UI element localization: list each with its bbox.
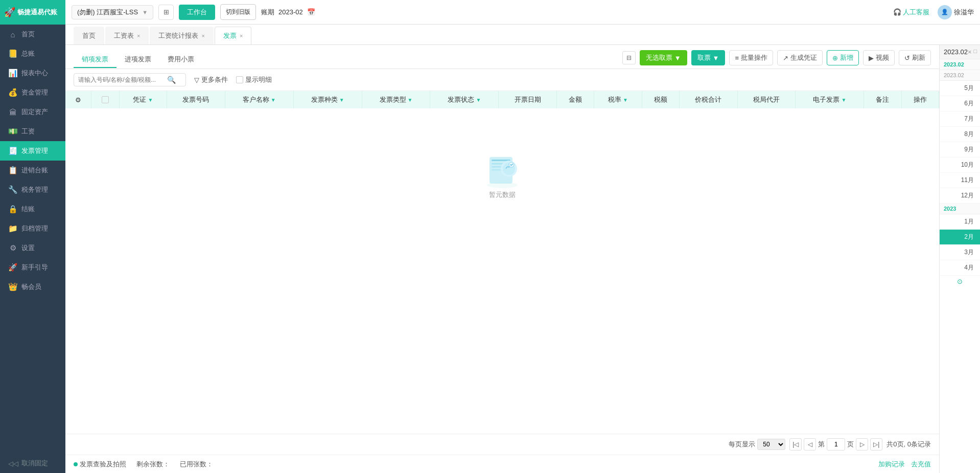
sidebar-item-ledger[interactable]: 📒 总账 (0, 44, 65, 63)
column-settings-btn[interactable]: ⊟ (622, 51, 636, 64)
empty-illustration (479, 149, 525, 190)
subtab-sales[interactable]: 销项发票 (74, 52, 116, 68)
tab-invoice[interactable]: 发票 × (215, 27, 251, 44)
show-detail-toggle[interactable]: 显示明细 (236, 75, 272, 84)
month-2022-09[interactable]: 9月 (940, 142, 980, 157)
th-e-invoice-label: 电子发票 (813, 95, 839, 104)
scroll-indicator[interactable]: ⊙ (940, 276, 980, 287)
video-icon: ▶ (869, 54, 874, 62)
month-2022-12[interactable]: 12月 (940, 188, 980, 204)
sidebar-item-tax[interactable]: 🔧 税务管理 (0, 180, 65, 199)
month-2022-08[interactable]: 8月 (940, 127, 980, 142)
subtab-expense[interactable]: 费用小票 (159, 52, 202, 68)
sidebar-item-member[interactable]: 👑 畅会员 (0, 277, 65, 297)
refresh-button[interactable]: ↺ 刷新 (899, 50, 931, 65)
e-invoice-filter-icon[interactable]: ▼ (841, 97, 846, 103)
headset-icon: 🎧 (893, 8, 901, 16)
page-label: 第 (818, 440, 825, 449)
month-2022-07[interactable]: 7月 (940, 111, 980, 127)
month-2022-10[interactable]: 10月 (940, 157, 980, 173)
user-menu[interactable]: 👤 徐溢华 (938, 5, 974, 19)
month-2022-06[interactable]: 6月 (940, 96, 980, 111)
filter-icon: ▽ (194, 76, 199, 84)
month-2022-11[interactable]: 11月 (940, 173, 980, 188)
type-filter-icon[interactable]: ▼ (339, 97, 344, 103)
company-selector[interactable]: (勿删) 江西服宝-LSS ▼ (72, 5, 153, 19)
invoice-subtab-bar: 销项发票 进项发票 费用小票 ⊟ 无选取票 ▼ 取票 (65, 45, 939, 69)
video-button[interactable]: ▶ 视频 (863, 50, 895, 65)
per-page-select[interactable]: 50 100 200 (757, 439, 785, 450)
th-settings[interactable]: ⚙ (65, 91, 91, 108)
sidebar-item-invoices[interactable]: 🧾 发票管理 (0, 141, 65, 161)
more-filter-btn[interactable]: ▽ 更多条件 (194, 75, 228, 84)
page-input[interactable] (827, 438, 845, 451)
sidebar-item-reports[interactable]: 📊 报表中心 (0, 63, 65, 83)
used-section: 已用张数： (180, 460, 213, 469)
tab-payroll-stats[interactable]: 工资统计报表 × (150, 27, 213, 44)
sidebar-item-assets[interactable]: 🏛 固定资产 (0, 102, 65, 122)
get-invoice-label: 取票 (697, 53, 711, 62)
sidebar-item-settings[interactable]: ⚙ 设置 (0, 238, 65, 258)
join-link[interactable]: 加购记录 (878, 460, 905, 469)
month-2023-03[interactable]: 3月 (940, 245, 980, 260)
tab-payroll[interactable]: 工资表 × (105, 27, 149, 44)
tax-rate-filter-icon[interactable]: ▼ (623, 97, 628, 103)
first-page-btn[interactable]: |◁ (789, 438, 802, 451)
sidebar-item-guide[interactable]: 🚀 新手引导 (0, 258, 65, 277)
sidebar-item-payroll[interactable]: 💵 工资 (0, 122, 65, 141)
customer-filter-icon[interactable]: ▼ (271, 97, 276, 103)
app-name: 畅捷通易代账 (17, 8, 57, 17)
old-version-button[interactable]: 切到旧版 (220, 4, 256, 20)
month-2023-04[interactable]: 4月 (940, 260, 980, 276)
next-page-btn[interactable]: ▷ (856, 438, 868, 451)
sidebar-pin-toggle[interactable]: ◁◁ 取消固定 (0, 454, 65, 473)
workspace-button[interactable]: 工作台 (179, 5, 215, 20)
tab-invoice-close[interactable]: × (240, 33, 243, 39)
recharge-link[interactable]: 去充值 (911, 460, 931, 469)
get-invoice-button[interactable]: 取票 ▼ (691, 50, 726, 65)
customer-service-btn[interactable]: 🎧 人工客服 (893, 8, 929, 17)
tab-payroll-close[interactable]: × (137, 33, 140, 39)
date-panel-maximize-btn[interactable]: □ (974, 48, 977, 56)
sidebar-item-sales[interactable]: 📋 进销台账 (0, 161, 65, 180)
date-panel-close-btn[interactable]: × (968, 48, 972, 56)
voucher-filter-icon[interactable]: ▼ (148, 97, 153, 103)
gen-voucher-button[interactable]: ↗ 生成凭证 (777, 50, 823, 65)
last-page-btn[interactable]: ▷| (870, 438, 882, 451)
status-filter-icon[interactable]: ▼ (476, 97, 481, 103)
prev-page-btn[interactable]: ◁ (804, 438, 816, 451)
search-input[interactable] (78, 76, 165, 83)
cat-filter-icon[interactable]: ▼ (408, 97, 413, 103)
tab-payroll-stats-close[interactable]: × (201, 33, 204, 39)
subtab-purchase[interactable]: 进项发票 (116, 52, 159, 68)
month-2022-05[interactable]: 5月 (940, 81, 980, 96)
new-invoice-button[interactable]: ⊕ 新增 (827, 50, 859, 65)
date-panel-title: 2023.02 (944, 48, 968, 56)
invoices-icon: 🧾 (8, 146, 17, 155)
avatar: 👤 (938, 5, 952, 19)
sidebar-item-label: 工资 (21, 127, 35, 136)
company-settings-icon[interactable]: ⊞ (158, 5, 174, 20)
th-tax-label: 税额 (654, 95, 667, 104)
sidebar-item-funds[interactable]: 💰 资金管理 (0, 83, 65, 102)
reports-icon: 📊 (8, 69, 17, 78)
search-icon[interactable]: 🔍 (167, 76, 176, 84)
period-calendar-icon[interactable]: 📅 (307, 8, 315, 16)
no-tax-button[interactable]: 无选取票 ▼ (640, 50, 687, 65)
month-2023-01[interactable]: 1月 (940, 214, 980, 230)
batch-op-button[interactable]: ≡ 批量操作 (729, 50, 773, 65)
content-area: 销项发票 进项发票 费用小票 ⊟ 无选取票 ▼ 取票 (65, 45, 980, 473)
sidebar-item-closing[interactable]: 🔒 结账 (0, 199, 65, 219)
tab-invoice-label: 发票 (223, 31, 237, 40)
get-invoice-dropdown-icon: ▼ (713, 54, 719, 62)
app-logo: 🚀 畅捷通易代账 (0, 0, 65, 25)
sidebar-item-home[interactable]: ⌂ 首页 (0, 25, 65, 44)
archive-icon: 📁 (8, 224, 17, 233)
sidebar-item-archive[interactable]: 📁 归档管理 (0, 219, 65, 238)
th-checkbox[interactable] (91, 91, 120, 108)
tab-home[interactable]: 首页 (74, 27, 104, 44)
video-label: 视频 (876, 53, 889, 62)
month-2023-02[interactable]: 2月 (940, 230, 980, 245)
show-detail-checkbox[interactable] (236, 76, 243, 83)
period-label: 账期 (261, 8, 274, 17)
